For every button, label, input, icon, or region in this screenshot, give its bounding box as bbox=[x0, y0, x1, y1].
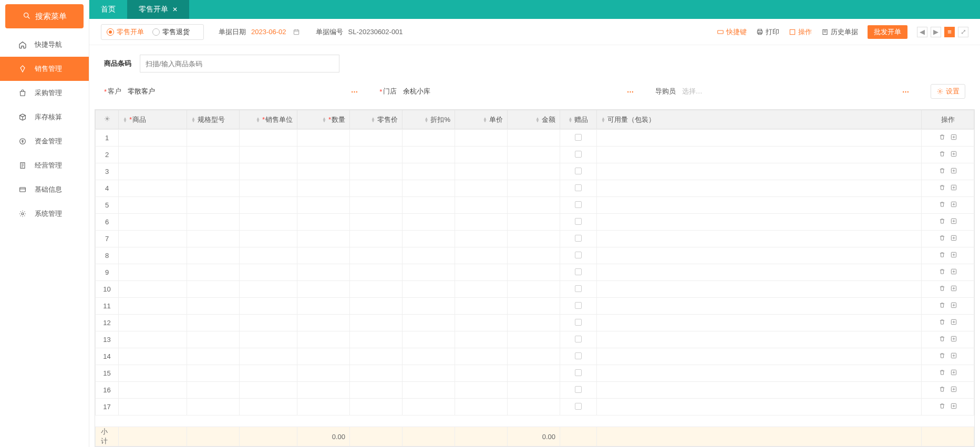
gift-checkbox[interactable] bbox=[575, 386, 582, 393]
cell-retail[interactable] bbox=[350, 315, 403, 331]
cell-amount[interactable] bbox=[508, 147, 560, 163]
cell-unit[interactable] bbox=[240, 264, 297, 281]
delete-icon[interactable] bbox=[938, 150, 946, 158]
add-icon[interactable] bbox=[950, 133, 957, 141]
date-value[interactable]: 2023-06-02 bbox=[251, 28, 286, 36]
cell-gift[interactable] bbox=[560, 231, 597, 247]
cell-qty[interactable] bbox=[297, 214, 350, 231]
cell-discount[interactable] bbox=[403, 163, 455, 180]
delete-icon[interactable] bbox=[938, 201, 946, 208]
cell-discount[interactable] bbox=[403, 365, 455, 382]
cell-qty[interactable] bbox=[297, 163, 350, 180]
cell-qty[interactable] bbox=[297, 247, 350, 264]
cell-retail[interactable] bbox=[350, 281, 403, 298]
add-icon[interactable] bbox=[950, 234, 957, 242]
delete-icon[interactable] bbox=[938, 386, 946, 393]
cell-product[interactable] bbox=[119, 315, 187, 331]
cell-product[interactable] bbox=[119, 180, 187, 197]
add-icon[interactable] bbox=[950, 285, 957, 292]
col-retail[interactable]: ▲▼零售价 bbox=[350, 110, 403, 129]
nav-quicknav[interactable]: 快捷导航 bbox=[0, 33, 89, 57]
settings-button[interactable]: 设置 bbox=[931, 84, 965, 99]
table-row[interactable]: 15 bbox=[96, 365, 974, 382]
cell-product[interactable] bbox=[119, 214, 187, 231]
table-row[interactable]: 5 bbox=[96, 197, 974, 214]
cell-retail[interactable] bbox=[350, 130, 403, 147]
barcode-input[interactable] bbox=[140, 55, 339, 72]
table-row[interactable]: 4 bbox=[96, 180, 974, 197]
cell-spec[interactable] bbox=[187, 214, 240, 231]
add-icon[interactable] bbox=[950, 268, 957, 275]
cell-qty[interactable] bbox=[297, 180, 350, 197]
cell-gift[interactable] bbox=[560, 315, 597, 331]
add-icon[interactable] bbox=[950, 201, 957, 208]
cell-price[interactable] bbox=[455, 197, 508, 214]
cell-price[interactable] bbox=[455, 231, 508, 247]
cell-retail[interactable] bbox=[350, 214, 403, 231]
cell-discount[interactable] bbox=[403, 130, 455, 147]
cell-retail[interactable] bbox=[350, 298, 403, 315]
cell-product[interactable] bbox=[119, 197, 187, 214]
col-gear[interactable] bbox=[96, 110, 119, 129]
nav-system[interactable]: 系统管理 bbox=[0, 202, 89, 226]
gift-checkbox[interactable] bbox=[575, 235, 582, 242]
cell-spec[interactable] bbox=[187, 231, 240, 247]
cell-qty[interactable] bbox=[297, 197, 350, 214]
add-icon[interactable] bbox=[950, 167, 957, 174]
more-icon[interactable]: ⋯ bbox=[627, 88, 634, 96]
cell-retail[interactable] bbox=[350, 197, 403, 214]
cell-amount[interactable] bbox=[508, 399, 560, 415]
add-icon[interactable] bbox=[950, 184, 957, 191]
cell-price[interactable] bbox=[455, 247, 508, 264]
cell-product[interactable] bbox=[119, 331, 187, 348]
tab-retail[interactable]: 零售开单 ✕ bbox=[127, 0, 189, 19]
delete-icon[interactable] bbox=[938, 268, 946, 275]
salesperson-field[interactable]: 导购员 选择… ⋯ bbox=[655, 84, 931, 99]
cell-qty[interactable] bbox=[297, 298, 350, 315]
cell-gift[interactable] bbox=[560, 180, 597, 197]
cell-product[interactable] bbox=[119, 399, 187, 415]
delete-icon[interactable] bbox=[938, 369, 946, 376]
cell-qty[interactable] bbox=[297, 231, 350, 247]
add-icon[interactable] bbox=[950, 150, 957, 158]
table-row[interactable]: 12 bbox=[96, 315, 974, 331]
table-row[interactable]: 17 bbox=[96, 399, 974, 415]
cell-spec[interactable] bbox=[187, 298, 240, 315]
cell-price[interactable] bbox=[455, 214, 508, 231]
gift-checkbox[interactable] bbox=[575, 268, 582, 275]
cell-unit[interactable] bbox=[240, 365, 297, 382]
table-row[interactable]: 14 bbox=[96, 348, 974, 365]
cell-gift[interactable] bbox=[560, 298, 597, 315]
expand-icon[interactable]: ⤢ bbox=[958, 27, 968, 37]
shortcut-link[interactable]: 快捷键 bbox=[717, 27, 747, 37]
table-row[interactable]: 7 bbox=[96, 231, 974, 247]
col-spec[interactable]: ▲▼规格型号 bbox=[187, 110, 240, 129]
list-icon[interactable]: ≡ bbox=[944, 27, 955, 37]
cell-product[interactable] bbox=[119, 147, 187, 163]
table-row[interactable]: 3 bbox=[96, 163, 974, 180]
cell-price[interactable] bbox=[455, 147, 508, 163]
gift-checkbox[interactable] bbox=[575, 403, 582, 410]
cell-unit[interactable] bbox=[240, 247, 297, 264]
cell-gift[interactable] bbox=[560, 348, 597, 365]
cell-product[interactable] bbox=[119, 365, 187, 382]
delete-icon[interactable] bbox=[938, 133, 946, 141]
cell-gift[interactable] bbox=[560, 365, 597, 382]
gift-checkbox[interactable] bbox=[575, 352, 582, 359]
table-row[interactable]: 2 bbox=[96, 147, 974, 163]
cell-discount[interactable] bbox=[403, 382, 455, 399]
cell-qty[interactable] bbox=[297, 264, 350, 281]
cell-price[interactable] bbox=[455, 382, 508, 399]
table-row[interactable]: 9 bbox=[96, 264, 974, 281]
gift-checkbox[interactable] bbox=[575, 319, 582, 326]
cell-qty[interactable] bbox=[297, 130, 350, 147]
col-unit[interactable]: ▲▼*销售单位 bbox=[240, 110, 297, 129]
cell-amount[interactable] bbox=[508, 315, 560, 331]
cell-amount[interactable] bbox=[508, 197, 560, 214]
cell-product[interactable] bbox=[119, 281, 187, 298]
col-qty[interactable]: ▲▼*数量 bbox=[297, 110, 350, 129]
search-menu-button[interactable]: 搜索菜单 bbox=[5, 4, 84, 28]
cell-unit[interactable] bbox=[240, 197, 297, 214]
print-link[interactable]: 打印 bbox=[756, 27, 779, 37]
cell-product[interactable] bbox=[119, 382, 187, 399]
